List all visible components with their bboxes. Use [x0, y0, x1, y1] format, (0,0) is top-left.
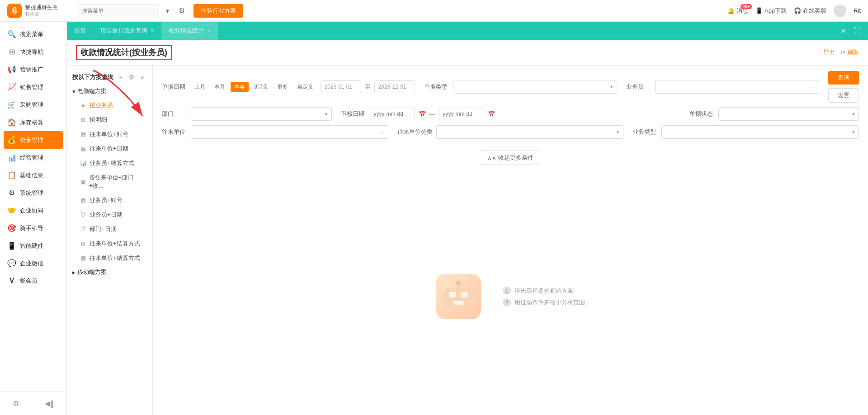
sidebar-item-purchase[interactable]: 🛒 采购管理	[0, 96, 66, 113]
form-group-doc-status: 单据状态 ▾	[689, 107, 859, 121]
scheme-add-btn[interactable]: ＋	[116, 73, 125, 82]
scheme-item-partner-date[interactable]: ▦ 往来单位+日期	[67, 141, 152, 156]
scheme-item-salesperson-payment[interactable]: 📊 业务员+结算方式	[67, 156, 152, 170]
business-type-label: 业务类型	[632, 128, 658, 136]
table-icon-2: ▦	[80, 145, 87, 152]
review-date-from[interactable]	[370, 108, 415, 120]
scheme-item-detail[interactable]: ⊞ 按明细	[67, 113, 152, 127]
review-date-icon-from: 📅	[419, 111, 426, 118]
scheme-section-mobile[interactable]: ▸ 移动端方案	[67, 265, 152, 279]
date-btn-custom[interactable]: 自定义	[293, 82, 317, 92]
date-btn-more[interactable]: 更多	[274, 82, 292, 92]
filter-row-3: 往来单位 ··· 往来单位分类 ▾	[162, 125, 859, 139]
header-search-input[interactable]	[78, 5, 159, 17]
scheme-item-partner-payment2[interactable]: ▦ 往来单位+结算方式	[67, 251, 152, 265]
scheme-item-by-salesperson[interactable]: ● 按业务员	[67, 98, 152, 113]
tab-bank-flow[interactable]: 现金银行流水查询 ×	[93, 22, 161, 40]
partner-label: 往来单位	[162, 128, 187, 136]
user-avatar[interactable]	[834, 5, 846, 17]
collapse-row: ∧∧ 收起更多条件	[162, 143, 859, 172]
review-date-to[interactable]	[439, 108, 484, 120]
sidebar-item-wechat[interactable]: 💬 企业微信	[0, 255, 66, 272]
form-group-dept: 部门 ▾	[162, 107, 332, 121]
doc-status-select[interactable]: ▾	[718, 107, 859, 121]
empty-state: 1 请先选择要分析的方案 2 用过滤条件来缩小分析范围	[153, 178, 868, 415]
sidebar-item-sales[interactable]: 📈 销售管理	[0, 78, 66, 96]
sidebar-item-inventory[interactable]: 🏠 库存核算	[0, 113, 66, 131]
sidebar-item-finance[interactable]: 💰 资金管理	[4, 131, 63, 149]
sidebar-settings-btn[interactable]: ⚙	[9, 396, 23, 411]
messages-area[interactable]: 🔔 消息 99+	[727, 7, 748, 15]
guide-icon: 🎯	[7, 224, 16, 232]
doctype-select[interactable]: ▾	[453, 80, 617, 94]
sidebar-item-hardware[interactable]: 📱 智能硬件	[0, 237, 66, 255]
date-btn-curr-year[interactable]: 本年	[231, 82, 249, 92]
action-buttons: 查询 设置	[828, 71, 859, 103]
date-btn-prev-month[interactable]: 上月	[191, 82, 209, 92]
sidebar-item-operations[interactable]: 📊 经营管理	[0, 149, 66, 166]
form-group-business-type: 业务类型 ▾	[632, 125, 859, 139]
business-type-select[interactable]: ▾	[661, 125, 859, 139]
date-btn-curr-month[interactable]: 本月	[211, 82, 229, 92]
dept-select[interactable]: ▾	[191, 107, 332, 121]
settings-button[interactable]: 设置	[828, 88, 859, 103]
header-gear-btn[interactable]: ⚙	[175, 5, 188, 17]
scheme-item-salesperson-account[interactable]: ▦ 业务员+账号	[67, 193, 152, 208]
date-dash: —	[429, 111, 435, 118]
sidebar-label-guide: 新手引导	[20, 224, 43, 232]
salesperson-select[interactable]: ···	[655, 80, 819, 94]
sidebar-item-marketing[interactable]: 📢 营销推广	[0, 61, 66, 78]
refresh-button[interactable]: ↺ 刷新	[840, 48, 859, 57]
export-button[interactable]: ↑ 导出	[819, 48, 835, 57]
form-group-partner: 往来单位 ···	[162, 125, 388, 139]
window-maximize-btn[interactable]: ⛶	[852, 25, 863, 37]
scheme-item-partner-dept[interactable]: ▦ 按往来单位+部门+收...	[67, 170, 152, 193]
tab-home[interactable]: 首页	[67, 22, 93, 40]
partner-select[interactable]: ···	[191, 125, 388, 139]
partner-more-btn[interactable]: ···	[380, 129, 384, 135]
tab-receipt-stats-close[interactable]: ×	[208, 28, 211, 34]
scheme-section-desktop[interactable]: ▾ 电脑端方案	[67, 85, 152, 98]
collapse-button[interactable]: ∧∧ 收起更多条件	[480, 151, 541, 165]
scheme-item-label-partner-payment1: 往来单位+结算方式	[90, 240, 140, 248]
window-close-btn[interactable]: ✕	[839, 25, 848, 37]
sidebar-collapse-btn[interactable]: ◀‖	[41, 396, 57, 411]
sidebar-item-system[interactable]: ⚙ 系统管理	[0, 184, 66, 202]
scheme-header-btns: ＋ ⚙ «	[116, 73, 147, 82]
query-button[interactable]: 查询	[828, 71, 859, 85]
sidebar-item-quicknav[interactable]: ⊞ 快捷导航	[0, 43, 66, 61]
sidebar-item-search[interactable]: 🔍 搜索菜单	[0, 25, 66, 43]
tab-receipt-stats[interactable]: 收款情况统计 ×	[161, 22, 218, 40]
date-range-separator: 至	[365, 83, 371, 91]
doc-status-label: 单据状态	[689, 110, 715, 118]
inventory-icon: 🏠	[7, 118, 16, 127]
scheme-item-partner-account[interactable]: ▦ 往来单位+账号	[67, 127, 152, 141]
date-from-input[interactable]	[321, 80, 361, 93]
scheme-item-dept-date[interactable]: ⏱ 部门+日期	[67, 222, 152, 236]
sidebar-item-vip[interactable]: V 畅会员	[0, 272, 66, 289]
online-service[interactable]: 🎧 在线客服	[794, 7, 826, 15]
sidebar-item-basics[interactable]: 📋 基础信息	[0, 166, 66, 184]
sales-icon: 📈	[7, 83, 16, 91]
page-actions: ↑ 导出 ↺ 刷新	[819, 48, 859, 57]
scheme-item-label-detail: 按明细	[90, 116, 107, 124]
salesperson-more[interactable]: ···	[811, 84, 815, 90]
scheme-item-salesperson-date[interactable]: ⏱ 业务员+日期	[67, 208, 152, 222]
tab-bank-flow-close[interactable]: ×	[151, 28, 154, 34]
scheme-settings-btn[interactable]: ⚙	[127, 73, 136, 82]
date-to-input[interactable]	[374, 80, 415, 93]
date-btn-7days[interactable]: 近7天	[250, 82, 272, 92]
app-download[interactable]: 📱 App下载	[755, 7, 787, 15]
sidebar-item-guide[interactable]: 🎯 新手引导	[0, 219, 66, 237]
partner-type-select[interactable]: ▾	[436, 125, 624, 139]
purchase-icon: 🛒	[7, 100, 16, 109]
trial-button[interactable]: 体验行业方案	[193, 4, 243, 18]
scheme-item-partner-payment1[interactable]: ⊞ 往来单位+结算方式	[67, 236, 152, 251]
quicknav-icon: ⊞	[7, 47, 16, 56]
sidebar-item-enterprise[interactable]: 🤝 企业协同	[0, 202, 66, 219]
scheme-collapse-btn[interactable]: «	[138, 73, 147, 82]
header-dropdown-btn[interactable]: ▾	[161, 5, 174, 17]
logo-badge: 标准版	[25, 11, 58, 18]
enterprise-icon: 🤝	[7, 206, 16, 215]
grid-icon-2: ⊞	[80, 240, 87, 247]
